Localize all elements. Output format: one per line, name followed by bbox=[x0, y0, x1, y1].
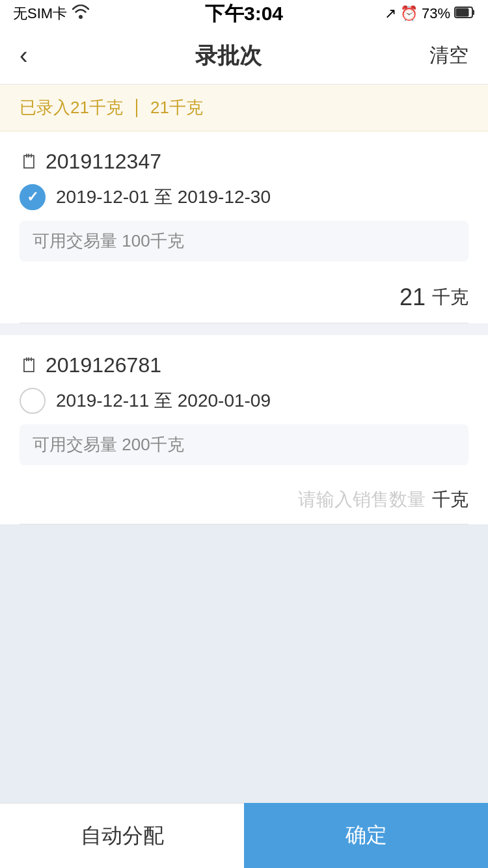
card-2-available-qty: 可用交易量 200千克 bbox=[20, 424, 468, 465]
svg-rect-2 bbox=[456, 8, 469, 17]
card-2-qty-placeholder: 请输入销售数量 bbox=[298, 487, 426, 512]
back-button[interactable]: ‹ bbox=[20, 42, 28, 70]
bottom-bar: 自动分配 确定 bbox=[0, 803, 488, 868]
summary-divider bbox=[136, 99, 137, 117]
card-1-icon: 🗒 bbox=[20, 151, 39, 173]
battery-icon bbox=[454, 5, 475, 22]
page-title: 录批次 bbox=[195, 41, 262, 71]
location-icon: ↗ bbox=[385, 5, 396, 22]
card-2-radio[interactable] bbox=[20, 388, 46, 414]
content-wrapper: 🗒 2019112347 2019-12-01 至 2019-12-30 可用交… bbox=[0, 131, 488, 850]
card-1-radio[interactable] bbox=[20, 184, 46, 210]
card-2-row: 2019-12-11 至 2020-01-09 bbox=[20, 388, 468, 414]
nav-bar: ‹ 录批次 清空 bbox=[0, 27, 488, 85]
card-2-date-range: 2019-12-11 至 2020-01-09 bbox=[56, 388, 271, 413]
battery-percent: 73% bbox=[422, 5, 450, 22]
card-1-qty-value[interactable]: 21 bbox=[400, 284, 426, 311]
card-2-qty-unit: 千克 bbox=[432, 487, 468, 512]
card-1-available-qty: 可用交易量 100千克 bbox=[20, 221, 468, 262]
card-1: 🗒 2019112347 2019-12-01 至 2019-12-30 可用交… bbox=[0, 131, 488, 323]
summary-value: 21千克 bbox=[150, 96, 203, 119]
card-1-row: 2019-12-01 至 2019-12-30 bbox=[20, 184, 468, 210]
clear-button[interactable]: 清空 bbox=[429, 42, 468, 69]
alarm-icon: ⏰ bbox=[400, 5, 418, 22]
wifi-icon bbox=[72, 5, 89, 23]
card-1-qty-row: 21 千克 bbox=[20, 277, 468, 323]
summary-banner: 已录入21千克 21千克 bbox=[0, 85, 488, 131]
auto-distribute-button[interactable]: 自动分配 bbox=[0, 803, 244, 868]
empty-area bbox=[0, 524, 488, 850]
card-1-qty-unit: 千克 bbox=[432, 285, 468, 310]
status-bar: 无SIM卡 下午3:04 ↗ ⏰ 73% bbox=[0, 0, 488, 27]
status-time: 下午3:04 bbox=[205, 1, 283, 27]
card-1-date-range: 2019-12-01 至 2019-12-30 bbox=[56, 185, 271, 210]
card-2-icon: 🗒 bbox=[20, 355, 39, 377]
sim-text: 无SIM卡 bbox=[13, 4, 67, 23]
svg-rect-1 bbox=[472, 10, 474, 15]
card-1-header: 🗒 2019112347 bbox=[20, 150, 468, 174]
card-2-qty-row: 请输入销售数量 千克 bbox=[20, 481, 468, 524]
card-2: 🗒 2019126781 2019-12-11 至 2020-01-09 可用交… bbox=[0, 335, 488, 524]
status-right: ↗ ⏰ 73% bbox=[385, 5, 475, 22]
status-left: 无SIM卡 bbox=[13, 4, 89, 23]
card-separator bbox=[0, 323, 488, 335]
card-1-id: 2019112347 bbox=[46, 150, 161, 174]
summary-label: 已录入21千克 bbox=[20, 96, 123, 119]
card-2-header: 🗒 2019126781 bbox=[20, 353, 468, 377]
confirm-button[interactable]: 确定 bbox=[244, 803, 488, 868]
card-2-id: 2019126781 bbox=[46, 353, 161, 377]
